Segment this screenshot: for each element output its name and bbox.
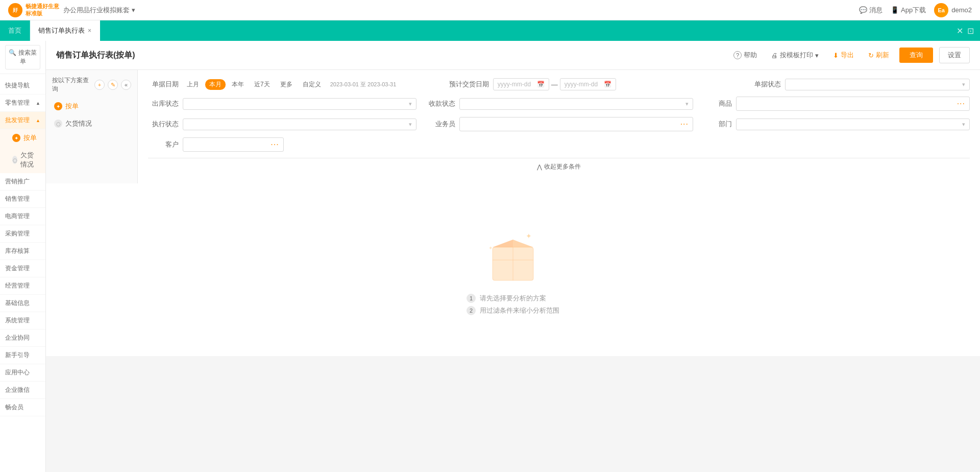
- nav-title-area[interactable]: 办公用品行业模拟账套 ▾: [63, 6, 135, 15]
- refresh-button[interactable]: ↻ 刷新: [864, 49, 893, 62]
- sidebar-item-marketing[interactable]: 营销推广: [0, 173, 45, 191]
- sidebar-item-app-center[interactable]: 应用中心: [0, 364, 45, 382]
- filter-item-doc-status: 单据状态 ▾: [750, 79, 970, 90]
- sub-item-icon-orders: ✦: [12, 134, 20, 142]
- salesperson-label: 业务员: [425, 120, 455, 129]
- sidebar-item-operations[interactable]: 经营管理: [0, 277, 45, 295]
- message-label: 消息: [869, 6, 883, 15]
- tip-num-1: 1: [467, 294, 476, 303]
- tip-text-1: 请先选择要分析的方案: [480, 294, 546, 303]
- doc-status-arrow-icon: ▾: [962, 81, 965, 88]
- sidebar-search-button[interactable]: 🔍 搜索菜单: [5, 45, 40, 69]
- sidebar-sub-item-backorder[interactable]: ◌ 欠货情况: [4, 147, 45, 173]
- customer-control: ···: [183, 137, 284, 152]
- refresh-label: 刷新: [876, 51, 889, 60]
- delivery-date-to[interactable]: yyyy-mm-dd 📅: [560, 78, 616, 90]
- scheme-edit-button[interactable]: ✎: [108, 80, 118, 90]
- print-button[interactable]: 🖨 按模板打印 ▾: [767, 49, 823, 62]
- sidebar-item-cooperation[interactable]: 企业协同: [0, 329, 45, 347]
- page-header: 销售订单执行表(按单) ? 帮助 🖨 按模板打印 ▾ ⬇ 导出 ↻ 刷新: [46, 41, 980, 70]
- message-action[interactable]: 💬 消息: [859, 6, 883, 15]
- nav-arrow-icon[interactable]: ▾: [132, 6, 135, 14]
- customer-label: 客户: [148, 140, 179, 149]
- customer-input[interactable]: ···: [183, 137, 284, 152]
- sidebar-item-purchase[interactable]: 采购管理: [0, 225, 45, 243]
- product-input[interactable]: ···: [736, 97, 970, 111]
- delivery-status-select[interactable]: ▾: [183, 98, 416, 110]
- filter-item-payment-status: 收款状态 ▾: [425, 98, 693, 110]
- tab-active[interactable]: 销售订单执行表 ×: [30, 20, 100, 41]
- tip-text-2: 用过滤条件来缩小分析范围: [480, 306, 559, 315]
- exec-status-select[interactable]: ▾: [183, 119, 416, 130]
- print-arrow-icon: ▾: [815, 52, 819, 59]
- app-download-icon: 📱: [891, 6, 899, 14]
- sidebar-item-membership[interactable]: 畅会员: [0, 399, 45, 416]
- sidebar-item-finance[interactable]: 资金管理: [0, 260, 45, 277]
- window-maximize-icon[interactable]: ⊡: [967, 26, 974, 36]
- logo-icon: 好: [8, 3, 22, 17]
- sidebar-item-sales[interactable]: 销售管理: [0, 191, 45, 208]
- date-tab-more[interactable]: 更多: [276, 79, 297, 90]
- product-control: ···: [736, 97, 970, 111]
- window-close-icon[interactable]: ✕: [957, 26, 963, 36]
- date-tab-this-month[interactable]: 本月: [205, 79, 226, 90]
- scheme-query-label: 按以下方案查询: [52, 76, 94, 93]
- query-button[interactable]: 查询: [899, 48, 933, 63]
- user-name: demo2: [951, 6, 972, 14]
- sidebar-item-retail[interactable]: 零售管理: [0, 95, 45, 112]
- export-button[interactable]: ⬇ 导出: [829, 49, 858, 62]
- sidebar-sub-item-orders[interactable]: ✦ 按单: [4, 129, 45, 147]
- date-tab-custom[interactable]: 自定义: [299, 79, 325, 90]
- help-label: 帮助: [744, 51, 757, 60]
- app-download-label: App下载: [901, 6, 926, 15]
- tip-num-2: 2: [467, 306, 476, 315]
- app-download-action[interactable]: 📱 App下载: [891, 6, 926, 15]
- tab-home[interactable]: 首页: [0, 20, 30, 41]
- sidebar-item-inventory[interactable]: 库存核算: [0, 243, 45, 260]
- department-select[interactable]: ▾: [736, 119, 970, 130]
- date-label: 单据日期: [148, 80, 179, 89]
- sidebar-item-enterprise-wechat[interactable]: 企业微信: [0, 382, 45, 399]
- department-control: ▾: [736, 119, 970, 130]
- scheme-item-orders[interactable]: ✦ 按单: [46, 98, 137, 115]
- date-tab-last-7days[interactable]: 近7天: [250, 79, 274, 90]
- delivery-date-from[interactable]: yyyy-mm-dd 📅: [493, 78, 549, 90]
- collapse-button[interactable]: ⋀ 收起更多条件: [148, 158, 970, 175]
- tab-bar: 首页 销售订单执行表 × ✕ ⊡: [0, 20, 980, 41]
- export-icon: ⬇: [833, 52, 839, 59]
- filter-item-exec-status: 执行状态 ▾: [148, 119, 416, 130]
- delivery-status-arrow-icon: ▾: [409, 101, 412, 107]
- exec-status-label: 执行状态: [148, 120, 179, 129]
- sidebar-item-quick-nav[interactable]: 快捷导航: [0, 77, 45, 95]
- collapse-label: 收起更多条件: [544, 162, 581, 171]
- date-tab-last-month[interactable]: 上月: [183, 79, 203, 90]
- svg-text:✦: ✦: [526, 232, 532, 240]
- salesperson-dots-icon: ···: [680, 120, 689, 129]
- sidebar-item-newbie[interactable]: 新手引导: [0, 347, 45, 364]
- help-button[interactable]: ? 帮助: [729, 49, 761, 62]
- page-title: 销售订单执行表(按单): [56, 50, 135, 61]
- sidebar-item-wholesale[interactable]: 批发管理: [0, 112, 45, 129]
- filter-row-2: 出库状态 ▾ 收款状态 ▾: [148, 97, 970, 111]
- settings-button[interactable]: 设置: [939, 47, 970, 63]
- doc-status-select[interactable]: ▾: [785, 79, 970, 90]
- date-tab-this-year[interactable]: 本年: [228, 79, 248, 90]
- delivery-status-label: 出库状态: [148, 99, 179, 108]
- header-left: 好 畅捷通好生意 标准版 办公用品行业模拟账套 ▾: [8, 3, 135, 17]
- sidebar-search-area: 🔍 搜索菜单: [0, 41, 45, 74]
- scheme-collapse-button[interactable]: «: [121, 80, 131, 90]
- scheme-item-backorder[interactable]: ◌ 欠货情况: [46, 115, 137, 132]
- payment-status-select[interactable]: ▾: [459, 98, 693, 110]
- filter-panel: 按以下方案查询 + ✎ « ✦ 按单: [46, 70, 980, 183]
- user-area[interactable]: Ea demo2: [934, 3, 972, 17]
- scheme-add-button[interactable]: +: [94, 80, 105, 90]
- doc-status-label: 单据状态: [750, 80, 781, 89]
- delivery-date-from-placeholder: yyyy-mm-dd: [498, 81, 531, 88]
- sidebar-item-ecommerce[interactable]: 电商管理: [0, 208, 45, 225]
- sidebar-item-basic-info[interactable]: 基础信息: [0, 295, 45, 312]
- tab-close-icon[interactable]: ×: [88, 27, 91, 34]
- empty-state: ✦ ✦ 1 请先选择要分析的方案 2 用过滤条件来缩小分析范围: [46, 183, 980, 356]
- salesperson-input[interactable]: ···: [459, 117, 693, 131]
- date-control: 上月 本月 本年 近7天 更多 自定义 2023-03-01 至 2023-03…: [183, 79, 441, 90]
- sidebar-item-system[interactable]: 系统管理: [0, 312, 45, 329]
